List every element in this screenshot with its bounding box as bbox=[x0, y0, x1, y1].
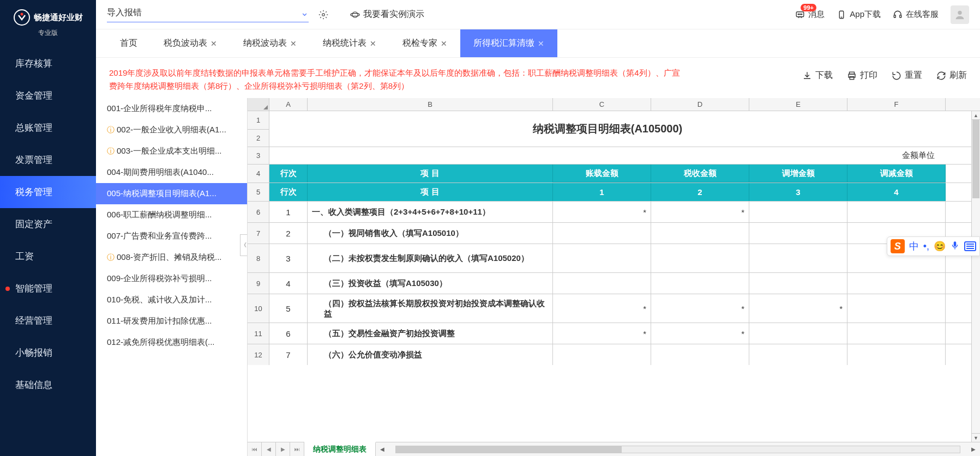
form-item-006[interactable]: 006-职工薪酬纳税调整明细... bbox=[96, 204, 247, 226]
cell[interactable]: 一、收入类调整项目（2+3+4+5+6+7+8+10+11） bbox=[308, 202, 553, 222]
cell[interactable]: 6 bbox=[269, 323, 308, 344]
cell[interactable]: （二）未按权责发生制原则确认的收入（填写A105020） bbox=[308, 244, 553, 272]
nav-funds[interactable]: 资金管理 bbox=[0, 80, 96, 112]
sheet-nav-last[interactable]: ⏭ bbox=[290, 442, 304, 456]
cell[interactable] bbox=[749, 202, 847, 222]
form-item-001[interactable]: 001-企业所得税年度纳税申... bbox=[96, 98, 247, 119]
col-header-B[interactable]: B bbox=[308, 98, 553, 111]
reset-button[interactable]: 重置 bbox=[892, 70, 922, 81]
ime-punct-icon[interactable]: •, bbox=[923, 241, 929, 252]
cell[interactable] bbox=[749, 344, 847, 365]
sheet-grid[interactable]: A B C D E F 1 2 bbox=[248, 98, 980, 442]
hscroll-track[interactable] bbox=[395, 446, 960, 453]
print-button[interactable]: 打印 bbox=[847, 70, 877, 81]
settings-button[interactable] bbox=[318, 10, 328, 20]
nav-inventory[interactable]: 库存核算 bbox=[0, 47, 96, 80]
cell[interactable] bbox=[553, 244, 651, 272]
form-item-004[interactable]: 004-期间费用明细表(A1040... bbox=[96, 162, 247, 183]
form-item-002[interactable]: ⓘ002-一般企业收入明细表(A1... bbox=[96, 119, 247, 141]
cell[interactable] bbox=[847, 273, 946, 294]
tab-home[interactable]: 首页 bbox=[107, 29, 151, 57]
form-item-011[interactable]: 011-研发费用加计扣除优惠... bbox=[96, 311, 247, 332]
cell[interactable]: （六）公允价值变动净损益 bbox=[308, 344, 553, 365]
cell[interactable]: 4 bbox=[269, 273, 308, 294]
ime-mic-icon[interactable] bbox=[950, 240, 960, 253]
nav-fixed-assets[interactable]: 固定资产 bbox=[0, 208, 96, 240]
refresh-button[interactable]: 刷新 bbox=[936, 70, 967, 81]
close-icon[interactable]: ✕ bbox=[211, 39, 217, 48]
ime-keyboard-icon[interactable] bbox=[964, 241, 976, 251]
cell[interactable] bbox=[847, 344, 946, 365]
cell[interactable]: * bbox=[553, 323, 651, 344]
cell[interactable] bbox=[651, 344, 749, 365]
cell[interactable]: * bbox=[651, 323, 749, 344]
select-all-corner[interactable] bbox=[248, 98, 269, 111]
cell[interactable] bbox=[749, 323, 847, 344]
nav-smart[interactable]: 智能管理 bbox=[0, 272, 96, 305]
row-header-7[interactable]: 7 bbox=[248, 223, 269, 244]
search-dropdown[interactable]: 导入报错 ⌄ bbox=[107, 7, 309, 22]
cell[interactable] bbox=[553, 223, 651, 244]
ime-emoji-icon[interactable]: 😊 bbox=[934, 240, 946, 252]
cell[interactable]: 2 bbox=[269, 223, 308, 244]
scroll-up-icon[interactable]: ▲ bbox=[972, 111, 980, 120]
cell[interactable] bbox=[651, 273, 749, 294]
sheet-tab[interactable]: 纳税调整明细表 bbox=[304, 442, 376, 456]
scroll-thumb[interactable] bbox=[972, 120, 979, 198]
cell[interactable]: * bbox=[749, 294, 847, 323]
sheet-nav-prev[interactable]: ◀ bbox=[262, 442, 276, 456]
cell[interactable] bbox=[553, 273, 651, 294]
row-header-11[interactable]: 11 bbox=[248, 323, 269, 344]
row-header-1[interactable]: 1 bbox=[248, 111, 269, 129]
close-icon[interactable]: ✕ bbox=[441, 39, 447, 48]
row-header-3[interactable]: 3 bbox=[248, 147, 269, 164]
cell[interactable] bbox=[749, 244, 847, 272]
cell[interactable]: 5 bbox=[269, 294, 308, 323]
form-item-010[interactable]: 010-免税、减计收入及加计... bbox=[96, 289, 247, 311]
horizontal-scrollbar[interactable]: ◀ ▶ bbox=[376, 442, 980, 456]
cell[interactable]: （一）视同销售收入（填写A105010） bbox=[308, 223, 553, 244]
sheet-nav-next[interactable]: ▶ bbox=[276, 442, 290, 456]
cell[interactable] bbox=[847, 294, 946, 323]
nav-salary[interactable]: 工资 bbox=[0, 240, 96, 272]
row-header-10[interactable]: 10 bbox=[248, 294, 269, 323]
cell[interactable]: （四）按权益法核算长期股权投资对初始投资成本调整确认收益 bbox=[308, 294, 553, 323]
cell[interactable] bbox=[651, 223, 749, 244]
form-item-008[interactable]: ⓘ008-资产折旧、摊销及纳税... bbox=[96, 247, 247, 268]
row-header-2[interactable]: 2 bbox=[248, 129, 269, 147]
col-header-E[interactable]: E bbox=[749, 98, 847, 111]
row-header-6[interactable]: 6 bbox=[248, 202, 269, 222]
col-header-D[interactable]: D bbox=[651, 98, 749, 111]
cell[interactable]: （五）交易性金融资产初始投资调整 bbox=[308, 323, 553, 344]
customer-service-button[interactable]: 在线客服 bbox=[893, 9, 939, 20]
cell[interactable] bbox=[651, 244, 749, 272]
cell[interactable] bbox=[847, 202, 946, 222]
cell[interactable]: * bbox=[651, 202, 749, 222]
tab-tax-payment[interactable]: 纳税波动表✕ bbox=[230, 29, 310, 57]
cell[interactable] bbox=[749, 223, 847, 244]
form-item-009[interactable]: 009-企业所得税弥补亏损明... bbox=[96, 268, 247, 289]
nav-expense[interactable]: 小畅报销 bbox=[0, 337, 96, 369]
cell[interactable] bbox=[749, 273, 847, 294]
nav-operation[interactable]: 经营管理 bbox=[0, 305, 96, 337]
app-download-button[interactable]: App下载 bbox=[837, 9, 881, 20]
vertical-scrollbar[interactable]: ▲ ▼ bbox=[971, 111, 980, 442]
form-item-012[interactable]: 012-减免所得税优惠明细表(... bbox=[96, 332, 247, 353]
scroll-down-icon[interactable]: ▼ bbox=[972, 433, 980, 442]
form-item-007[interactable]: 007-广告费和业务宣传费跨... bbox=[96, 226, 247, 247]
cell[interactable] bbox=[553, 344, 651, 365]
messages-button[interactable]: 99+ 消息 bbox=[795, 9, 825, 20]
col-header-F[interactable]: F bbox=[847, 98, 946, 111]
nav-tax[interactable]: 税务管理 bbox=[0, 176, 96, 208]
row-header-5[interactable]: 5 bbox=[248, 183, 269, 201]
cell[interactable]: * bbox=[553, 294, 651, 323]
nav-invoice[interactable]: 发票管理 bbox=[0, 144, 96, 176]
tab-tax-burden[interactable]: 税负波动表✕ bbox=[151, 29, 230, 57]
nav-basic-info[interactable]: 基础信息 bbox=[0, 369, 96, 401]
form-item-005[interactable]: 005-纳税调整项目明细表(A1... bbox=[96, 183, 247, 204]
scroll-right-icon[interactable]: ▶ bbox=[969, 445, 978, 454]
tab-tax-stats[interactable]: 纳税统计表✕ bbox=[310, 29, 389, 57]
collapse-panel-button[interactable]: 《 bbox=[240, 234, 248, 256]
row-header-12[interactable]: 12 bbox=[248, 344, 269, 365]
form-item-003[interactable]: ⓘ003-一般企业成本支出明细... bbox=[96, 141, 247, 162]
